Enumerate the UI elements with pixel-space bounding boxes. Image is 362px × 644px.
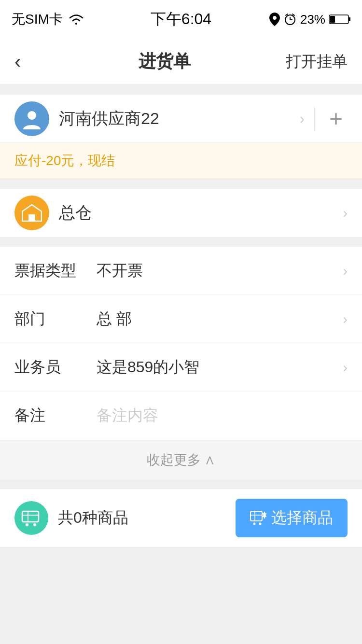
notice-text: 应付-20元，现结: [14, 153, 115, 168]
nav-bar: ‹ 进货单 打开挂单: [0, 39, 362, 85]
product-bar: 共0种商品 选择商品: [0, 489, 362, 547]
collapse-label: 收起更多 ∧: [147, 451, 216, 469]
battery-label: 23%: [300, 12, 325, 27]
remark-input[interactable]: 备注内容: [87, 405, 348, 426]
department-row[interactable]: 部门 总 部 ›: [0, 295, 362, 343]
back-button[interactable]: ‹: [14, 51, 43, 72]
section-gap-1: [0, 85, 362, 95]
page-background: [0, 547, 362, 644]
page-title: 进货单: [139, 50, 191, 73]
status-right: 23%: [269, 12, 350, 27]
person-icon: [21, 108, 42, 129]
status-left: 无SIM卡: [12, 10, 85, 28]
department-value: 总 部: [87, 308, 343, 330]
svg-point-13: [33, 523, 36, 526]
svg-rect-14: [251, 511, 262, 521]
supplier-avatar: [14, 101, 49, 136]
status-bar: 无SIM卡 下午6:04 23%: [0, 0, 362, 39]
svg-rect-4: [348, 17, 350, 21]
status-time: 下午6:04: [151, 9, 211, 30]
svg-rect-8: [28, 214, 35, 221]
invoice-type-label: 票据类型: [14, 260, 87, 281]
carrier-label: 无SIM卡: [12, 10, 63, 28]
wifi-icon: [68, 13, 85, 26]
supplier-chevron-icon: ›: [300, 111, 305, 127]
svg-rect-9: [22, 511, 39, 522]
add-supplier-button[interactable]: +: [324, 105, 348, 132]
salesperson-chevron-icon: ›: [343, 359, 348, 376]
svg-point-18: [259, 523, 262, 525]
department-chevron-icon: ›: [343, 311, 348, 327]
select-product-label: 选择商品: [271, 507, 333, 529]
invoice-type-chevron-icon: ›: [343, 263, 348, 279]
product-icon: [14, 501, 48, 535]
remark-label: 备注: [14, 405, 87, 426]
salesperson-value: 这是859的小智: [87, 357, 343, 378]
alarm-icon: [284, 13, 296, 26]
svg-point-12: [26, 523, 28, 526]
salesperson-label: 业务员: [14, 357, 87, 378]
invoice-type-value: 不开票: [87, 260, 343, 281]
warehouse-name: 总仓: [59, 202, 338, 224]
location-icon: [269, 13, 280, 26]
warehouse-chevron-icon: ›: [343, 205, 348, 221]
form-section: 票据类型 不开票 › 部门 总 部 › 业务员 这是859的小智 › 备注 备注…: [0, 247, 362, 440]
battery-icon: [329, 14, 350, 25]
supplier-section: 河南供应商22 › +: [0, 95, 362, 143]
collapse-button[interactable]: 收起更多 ∧: [0, 441, 362, 479]
notice-banner: 应付-20元，现结: [0, 143, 362, 179]
svg-rect-5: [330, 16, 335, 23]
product-count-label: 共0种商品: [58, 507, 236, 529]
salesperson-row[interactable]: 业务员 这是859的小智 ›: [0, 343, 362, 392]
invoice-type-row[interactable]: 票据类型 不开票 ›: [0, 247, 362, 295]
cart-icon: [21, 509, 42, 527]
svg-point-6: [28, 111, 36, 120]
warehouse-section[interactable]: 总仓 ›: [0, 189, 362, 237]
supplier-name[interactable]: 河南供应商22: [59, 108, 295, 130]
select-cart-icon: [250, 511, 266, 525]
svg-point-17: [253, 523, 256, 525]
supplier-divider: [314, 107, 315, 131]
open-pending-button[interactable]: 打开挂单: [286, 51, 348, 72]
select-product-button[interactable]: 选择商品: [236, 499, 348, 537]
department-label: 部门: [14, 308, 87, 330]
house-icon: [22, 204, 42, 222]
remark-row[interactable]: 备注 备注内容: [0, 392, 362, 440]
warehouse-icon: [14, 196, 49, 230]
